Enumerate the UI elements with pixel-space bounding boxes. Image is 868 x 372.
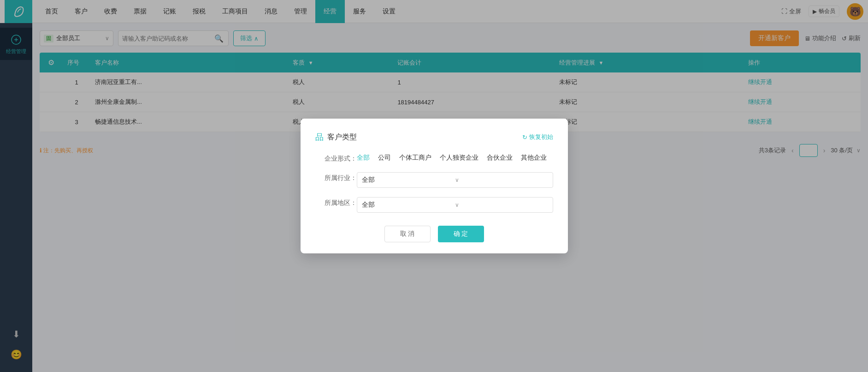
- region-value: 全部: [362, 201, 455, 209]
- reset-icon: ↻: [522, 134, 527, 141]
- industry-select[interactable]: 全部 ∨: [357, 172, 553, 188]
- enterprise-form-row: 企业形式： 全部 公司 个体工商户 个人独资企业 合伙企业 其他企业: [315, 153, 553, 163]
- region-form-label: 所属地区：: [315, 197, 357, 207]
- type-option-other[interactable]: 其他企业: [521, 153, 547, 163]
- region-form-row: 所属地区： 全部 ∨: [315, 197, 553, 213]
- enterprise-form-label: 企业形式：: [315, 153, 357, 163]
- modal-reset-button[interactable]: ↻ 恢复初始: [522, 133, 553, 141]
- industry-arrow-icon: ∨: [455, 177, 548, 183]
- type-option-sole[interactable]: 个人独资企业: [440, 153, 478, 163]
- type-option-individual[interactable]: 个体工商户: [399, 153, 431, 163]
- region-content: 全部 ∨: [357, 197, 553, 213]
- modal-header: 品 客户类型 ↻ 恢复初始: [315, 132, 553, 143]
- customer-type-modal: 品 客户类型 ↻ 恢复初始 企业形式： 全部 公司 个体工商户 个人独资企业 合…: [301, 119, 568, 253]
- industry-form-row: 所属行业： 全部 ∨: [315, 172, 553, 188]
- modal-overlay: 品 客户类型 ↻ 恢复初始 企业形式： 全部 公司 个体工商户 个人独资企业 合…: [0, 0, 868, 372]
- type-option-all[interactable]: 全部: [357, 153, 370, 163]
- enterprise-types-content: 全部 公司 个体工商户 个人独资企业 合伙企业 其他企业: [357, 153, 553, 163]
- confirm-button[interactable]: 确 定: [438, 226, 484, 242]
- type-option-partnership[interactable]: 合伙企业: [487, 153, 513, 163]
- region-select[interactable]: 全部 ∨: [357, 197, 553, 213]
- cancel-button[interactable]: 取 消: [384, 226, 431, 242]
- modal-title-icon: 品: [315, 132, 324, 143]
- modal-footer: 取 消 确 定: [315, 226, 553, 242]
- industry-value: 全部: [362, 176, 455, 184]
- enterprise-types: 全部 公司 个体工商户 个人独资企业 合伙企业 其他企业: [357, 153, 553, 163]
- type-option-company[interactable]: 公司: [378, 153, 391, 163]
- modal-title: 品 客户类型: [315, 132, 357, 143]
- region-arrow-icon: ∨: [455, 202, 548, 208]
- industry-content: 全部 ∨: [357, 172, 553, 188]
- industry-form-label: 所属行业：: [315, 172, 357, 182]
